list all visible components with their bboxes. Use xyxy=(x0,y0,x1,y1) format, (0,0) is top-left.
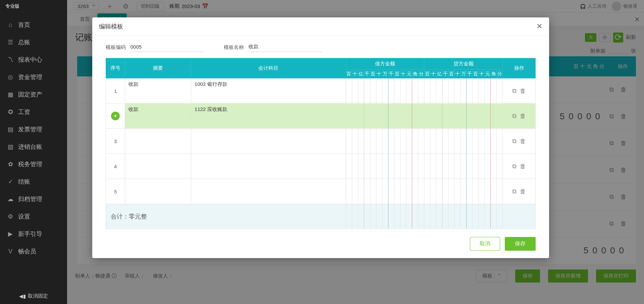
cell-seq: 1 xyxy=(106,78,125,104)
cell-subject[interactable] xyxy=(191,179,346,204)
digit-header: 亿 xyxy=(436,70,442,78)
cell-summary[interactable]: 收款 xyxy=(125,78,191,104)
cell-op: ⧉🗑 xyxy=(503,104,536,129)
row-copy-icon[interactable]: ⧉ xyxy=(512,188,517,195)
cell-summary[interactable] xyxy=(125,154,191,179)
row-delete-icon[interactable]: 🗑 xyxy=(520,138,526,144)
sidebar-item-4[interactable]: ▦固定资产 xyxy=(0,86,67,103)
digit-header: 十 xyxy=(376,70,382,78)
sidebar-item-5[interactable]: ✪工资 xyxy=(0,103,67,121)
cell-debit[interactable] xyxy=(346,129,424,154)
template-name-input[interactable] xyxy=(248,43,322,52)
sidebar-icon: ◎ xyxy=(7,73,14,81)
sidebar-item-6[interactable]: ▤发票管理 xyxy=(0,121,67,138)
cell-seq: 4 xyxy=(106,154,125,179)
cell-credit[interactable] xyxy=(424,78,503,104)
cell-debit[interactable] xyxy=(346,78,424,104)
sidebar-item-11[interactable]: ⚙设置 xyxy=(0,208,67,225)
cell-debit[interactable] xyxy=(346,154,424,179)
sidebar-item-13[interactable]: V畅会员 xyxy=(0,243,67,260)
close-icon[interactable]: ✕ xyxy=(536,22,542,31)
template-code-input[interactable] xyxy=(130,43,204,52)
cell-seq: 5 xyxy=(106,179,125,204)
sidebar-item-1[interactable]: ☰总账 xyxy=(0,34,67,51)
digit-header: 百 xyxy=(370,70,376,78)
digit-header: 万 xyxy=(461,70,467,78)
cell-summary[interactable] xyxy=(125,129,191,154)
cell-seq: 3 xyxy=(106,129,125,154)
cell-op: ⧉🗑 xyxy=(503,78,536,104)
template-table: 序号 摘要 会计科目 借方金额 贷方金额 操作 百十亿千百十万千百十元角分百十亿… xyxy=(106,58,536,229)
row-copy-icon[interactable]: ⧉ xyxy=(512,113,517,119)
sidebar-item-label: 发票管理 xyxy=(18,125,42,133)
sidebar-item-label: 固定资产 xyxy=(18,90,42,99)
sidebar-icon: ▧ xyxy=(7,143,14,150)
row-copy-icon[interactable]: ⧉ xyxy=(512,87,517,94)
row-delete-icon[interactable]: 🗑 xyxy=(520,188,526,195)
sidebar-icon: ☰ xyxy=(7,39,14,46)
sidebar-icon: V xyxy=(7,248,14,255)
cell-summary[interactable]: 收款 xyxy=(125,104,191,129)
table-row[interactable]: +收款1122 应收账款⧉🗑 xyxy=(106,104,536,129)
table-row[interactable]: 5⧉🗑 xyxy=(106,179,536,204)
sidebar-item-8[interactable]: ✿税务管理 xyxy=(0,156,67,173)
pin-label: 取消固定 xyxy=(28,293,48,299)
logo: 专业版 xyxy=(0,0,67,13)
cancel-button[interactable]: 取消 xyxy=(470,237,500,251)
digit-header: 分 xyxy=(418,70,424,78)
cell-credit[interactable] xyxy=(424,154,503,179)
sidebar-item-label: 畅会员 xyxy=(18,247,36,255)
template-code-label: 模板编码 xyxy=(106,44,126,51)
row-delete-icon[interactable]: 🗑 xyxy=(520,163,526,170)
cell-subject[interactable]: 1002 银行存款 xyxy=(191,78,346,104)
table-row[interactable]: 1收款1002 银行存款⧉🗑 xyxy=(106,78,536,104)
cell-credit[interactable] xyxy=(424,179,503,204)
th-debit: 借方金额 xyxy=(346,58,424,70)
save-button[interactable]: 保存 xyxy=(505,237,536,251)
digit-header: 千 xyxy=(364,70,370,78)
digit-header: 千 xyxy=(467,70,473,78)
cell-summary[interactable] xyxy=(125,179,191,204)
sidebar-icon: ▦ xyxy=(7,91,14,98)
cell-subject[interactable] xyxy=(191,129,346,154)
row-delete-icon[interactable]: 🗑 xyxy=(520,87,526,94)
digit-header: 十 xyxy=(430,70,436,78)
total-label: 合计：零元整 xyxy=(106,204,346,229)
cell-subject[interactable] xyxy=(191,154,346,179)
digit-header: 十 xyxy=(479,70,485,78)
unpin-button[interactable]: ◀▮ 取消固定 xyxy=(0,288,67,304)
sidebar-icon: 〽 xyxy=(7,56,14,63)
sidebar-item-0[interactable]: ⌂首页 xyxy=(0,16,67,34)
sidebar-item-3[interactable]: ◎资金管理 xyxy=(0,68,67,86)
sidebar-item-label: 税务管理 xyxy=(18,160,42,168)
sidebar-item-2[interactable]: 〽报表中心 xyxy=(0,51,67,68)
sidebar-item-12[interactable]: ▶新手引导 xyxy=(0,225,67,243)
cell-subject[interactable]: 1122 应收账款 xyxy=(191,104,346,129)
digit-header: 万 xyxy=(382,70,388,78)
sidebar-item-label: 结账 xyxy=(18,178,30,186)
digit-header: 十 xyxy=(352,70,358,78)
cell-op: ⧉🗑 xyxy=(503,154,536,179)
th-seq: 序号 xyxy=(106,58,125,78)
digit-header: 元 xyxy=(485,70,491,78)
sidebar-item-10[interactable]: ☁归档管理 xyxy=(0,190,67,208)
cell-debit[interactable] xyxy=(346,179,424,204)
row-copy-icon[interactable]: ⧉ xyxy=(512,138,517,144)
digit-header: 百 xyxy=(394,70,400,78)
row-copy-icon[interactable]: ⧉ xyxy=(512,163,517,170)
sidebar-item-9[interactable]: ✓结账 xyxy=(0,173,67,190)
sidebar-item-label: 资金管理 xyxy=(18,73,42,81)
cell-credit[interactable] xyxy=(424,104,503,129)
cell-debit[interactable] xyxy=(346,104,424,129)
digit-header: 角 xyxy=(491,70,497,78)
add-row-button[interactable]: + xyxy=(111,112,120,120)
sidebar-item-7[interactable]: ▧进销台账 xyxy=(0,138,67,156)
sidebar-item-label: 进销台账 xyxy=(18,143,42,151)
table-row[interactable]: 3⧉🗑 xyxy=(106,129,536,154)
sidebar-icon: ✓ xyxy=(7,178,14,185)
cell-credit[interactable] xyxy=(424,129,503,154)
row-delete-icon[interactable]: 🗑 xyxy=(520,113,526,119)
table-row[interactable]: 4⧉🗑 xyxy=(106,154,536,179)
digit-header: 十 xyxy=(454,70,461,78)
modal-footer: 取消 保存 xyxy=(92,232,549,258)
